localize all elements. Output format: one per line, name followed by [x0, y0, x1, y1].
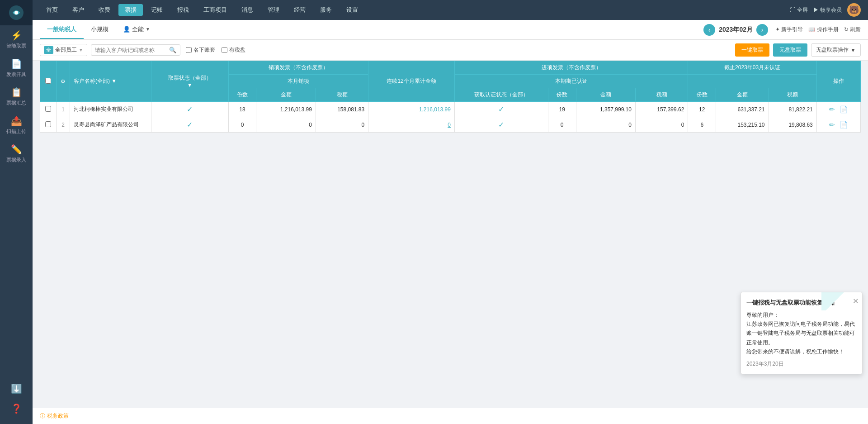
row2-actions: ✏ 📄: [816, 117, 860, 133]
checkbox-has-taxdisk[interactable]: 有税盘: [222, 46, 245, 54]
tab-general-taxpayer[interactable]: 一般纳税人: [40, 21, 84, 39]
notif-greeting: 尊敬的用户：: [746, 310, 857, 319]
row1-cert-status-icon: ✓: [498, 105, 504, 113]
table-row: 1 河北柯橡棒实业有限公司 ✓ 18 1,216,013.99 158,081.…: [40, 102, 861, 117]
row2-detail-icon[interactable]: 📄: [840, 121, 848, 129]
select-all-checkbox[interactable]: [45, 78, 51, 84]
row1-cert-status: ✓: [454, 102, 548, 117]
nav-message[interactable]: 消息: [235, 4, 259, 16]
tab-small-scale[interactable]: 小规模: [84, 21, 116, 39]
my-accounts-checkbox[interactable]: [186, 47, 192, 53]
dropdown-arrow-icon: ▼: [850, 47, 856, 53]
th-uncert-count: 份数: [688, 88, 716, 102]
nav-management[interactable]: 管理: [261, 4, 286, 16]
sidebar-item-download[interactable]: ⬇️: [0, 379, 33, 399]
nav-collection[interactable]: 收费: [92, 4, 117, 16]
period-prev-button[interactable]: ‹: [703, 24, 715, 36]
employee-selector[interactable]: 全 全部员工 ▼: [40, 44, 87, 56]
row2-edit-icon[interactable]: ✏: [829, 121, 835, 129]
row2-cert-count: 0: [548, 117, 576, 133]
th-cert-amount: 金额: [576, 88, 635, 102]
th-status: 取票状态（全部） ▼: [151, 61, 229, 102]
sidebar-item-data-entry[interactable]: ✏️ 票据录入: [0, 139, 33, 168]
notif-close-button[interactable]: ✕: [853, 295, 859, 307]
row1-cert-count: 19: [548, 102, 576, 117]
row2-checkbox[interactable]: [40, 117, 57, 133]
th-12months: 连续12个月累计金额: [368, 61, 455, 102]
th-cert-tax: 税额: [636, 88, 688, 102]
top-navigation: 首页 客户 收费 票据 记账 报税 工商项目 消息 管理 经营 服务 设置 ⛶ …: [33, 0, 868, 20]
row2-sales-12m[interactable]: 0: [368, 117, 455, 133]
nav-customer[interactable]: 客户: [66, 4, 90, 16]
sidebar-item-smart-fetch[interactable]: ⚡ 智能取票: [0, 25, 33, 54]
sidebar-item-invoice-summary[interactable]: 📋 票据汇总: [0, 82, 33, 111]
employee-label: 全部员工: [55, 46, 77, 54]
nav-settings[interactable]: 设置: [340, 4, 364, 16]
no-disk-fetch-button[interactable]: 无盘取票: [773, 43, 807, 57]
my-accounts-label: 名下账套: [193, 46, 215, 54]
employee-badge: 全: [44, 46, 53, 54]
row2-customer: 灵寿县尚泽矿产品有限公司: [70, 117, 151, 133]
row1-customer: 河北柯橡棒实业有限公司: [70, 102, 151, 117]
row2-cert-tax: 0: [636, 117, 688, 133]
th-cert-status: 获取认证状态（全部）: [454, 88, 548, 102]
nav-tax[interactable]: 报税: [171, 4, 195, 16]
one-click-fetch-button[interactable]: 一键取票: [735, 43, 769, 57]
search-icon[interactable]: 🔍: [169, 47, 176, 53]
tax-policy-link[interactable]: ⓘ 税务政策: [40, 412, 69, 420]
scan-upload-icon: 📤: [11, 115, 22, 126]
tab-all-icon: 👤: [123, 26, 130, 33]
row1-status-icon: ✓: [187, 105, 193, 113]
row1-detail-icon[interactable]: 📄: [840, 105, 848, 113]
no-disk-ops-button[interactable]: 无盘取票操作 ▼: [811, 43, 861, 57]
tax-policy-icon: ⓘ: [40, 412, 45, 420]
notif-date: 2023年3月20日: [746, 359, 857, 368]
row1-sales-12m[interactable]: 1,216,013.99: [368, 102, 455, 117]
row2-uncert-amount: 153,215.10: [716, 117, 769, 133]
row1-edit-icon[interactable]: ✏: [829, 105, 835, 113]
nav-operation[interactable]: 经营: [288, 4, 312, 16]
subtab-actions: ✦ 新手引导 📖 操作手册 ↻ 刷新: [775, 26, 861, 33]
period-display: 2023年02月: [719, 26, 753, 34]
th-sales-group: 销项发票（不含作废票）: [228, 61, 368, 75]
nav-invoice[interactable]: 票据: [118, 4, 143, 16]
member-button[interactable]: ▶ 畅享会员: [813, 6, 842, 14]
manual-button[interactable]: 📖 操作手册: [808, 26, 838, 33]
app-logo[interactable]: [0, 0, 33, 25]
nav-home[interactable]: 首页: [40, 4, 64, 16]
th-uncertified-group: 截止2023年03月未认证: [688, 61, 816, 75]
has-taxdisk-checkbox[interactable]: [222, 47, 227, 53]
sidebar-item-help[interactable]: ❓: [0, 399, 33, 419]
new-guide-button[interactable]: ✦ 新手引导: [775, 26, 803, 33]
fullscreen-button[interactable]: ⛶ 全屏: [790, 6, 807, 14]
nav-service[interactable]: 服务: [314, 4, 338, 16]
nav-business[interactable]: 工商项目: [197, 4, 233, 16]
row1-cert-tax: 157,399.62: [636, 102, 688, 117]
row1-sales-tax: 158,081.83: [316, 102, 368, 117]
checkbox-my-accounts[interactable]: 名下账套: [186, 46, 215, 54]
help-icon: ❓: [11, 403, 22, 414]
refresh-button[interactable]: ↻ 刷新: [844, 26, 861, 33]
nav-bookkeeping[interactable]: 记账: [145, 4, 169, 16]
sidebar-item-scan-upload[interactable]: 📤 扫描上传: [0, 111, 33, 139]
row1-checkbox[interactable]: [40, 102, 57, 117]
row1-actions: ✏ 📄: [816, 102, 860, 117]
notif-decoration: [821, 292, 849, 310]
search-input[interactable]: [95, 47, 167, 53]
user-avatar[interactable]: 🐻: [847, 3, 861, 17]
row2-cert-status-icon: ✓: [498, 121, 504, 129]
row2-status-icon: ✓: [187, 121, 193, 129]
notif-apology: 给您带来的不便请谅解，祝您工作愉快！: [746, 347, 857, 356]
th-customer: 客户名称(全部) ▼: [70, 61, 151, 102]
sidebar-item-issue-invoice[interactable]: 📄 发票开具: [0, 54, 33, 82]
search-box: 🔍: [91, 44, 180, 56]
th-operations: 操作: [816, 61, 860, 102]
th-checkbox: [40, 61, 57, 102]
tab-all[interactable]: 👤 全能 ▼: [116, 21, 157, 39]
subtab-bar: 一般纳税人 小规模 👤 全能 ▼ ‹ 2023年02月 › ✦ 新手引导 📖 操…: [33, 20, 868, 40]
footer-bar: ⓘ 税务政策: [33, 408, 868, 424]
sidebar: ⚡ 智能取票 📄 发票开具 📋 票据汇总 📤 扫描上传 ✏️ 票据录入 ⬇️ ❓: [0, 0, 33, 424]
no-disk-ops-label: 无盘取票操作: [816, 46, 849, 54]
period-next-button[interactable]: ›: [756, 24, 768, 36]
th-cert-count: 份数: [548, 88, 576, 102]
